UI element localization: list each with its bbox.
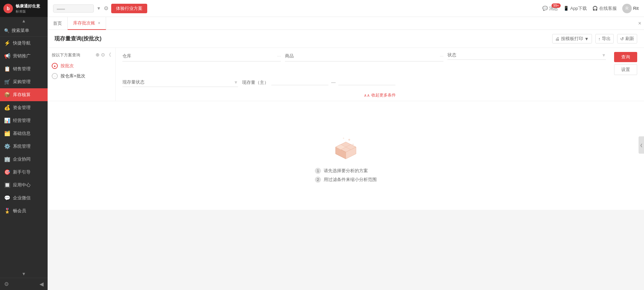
sidebar-item-newbie[interactable]: 🎯 新手引导 [0,166,48,179]
topbar-search-box[interactable]: ▬▬ [53,4,94,13]
user-profile-btn[interactable]: R Rit [622,4,639,13]
filter-row-2: 现存量状态 ▼ 现存量（主） — [122,79,637,87]
filter-area: 按以下方案查询 ⊕ ⊙ 《 ● 按批次 ○ [48,48,644,101]
sidebar-scroll-down[interactable]: ▼ [0,270,48,278]
newbie-icon: 🎯 [4,169,10,175]
empty-steps: 1 请先选择要分析的方案 2 用过滤条件来缩小分析范围 [315,168,377,183]
sidebar-item-label: 库存核算 [13,92,31,98]
quick-nav-icon: ⚡ [4,40,10,46]
export-btn[interactable]: ↑ 导出 [595,34,614,43]
sidebar-item-basic[interactable]: 🗂️ 基础信息 [0,127,48,140]
app-download-btn[interactable]: 📱 App下载 [563,5,587,12]
sidebar-item-label: 企业微信 [13,195,31,201]
collapse-scheme-icon[interactable]: 《 [106,52,111,58]
sidebar-settings-icon[interactable]: ⚙ [4,281,9,287]
query-btn[interactable]: 查询 [614,52,637,62]
filter-collapse-btn[interactable]: ∧∧ 收起更多条件 [116,90,644,101]
tab-home-label: 首页 [53,20,62,26]
stock-qty-from-input[interactable] [271,80,328,85]
print-icon: 🖨 [555,36,560,41]
tab-close-icon[interactable]: × [98,21,100,25]
scheme-warehouse-batch-option[interactable]: ○ 按仓库+批次 [48,71,115,81]
add-scheme-icon[interactable]: ⊕ [96,52,100,58]
settings-btn[interactable]: 设置 [614,64,637,75]
sidebar-title-block: 畅康通好生意 标准版 [16,3,40,14]
product-input[interactable] [296,52,440,60]
user-name: Rit [633,6,639,11]
settings-scheme-icon[interactable]: ⊙ [101,52,105,58]
sidebar-collapse-icon[interactable]: ◀ [39,281,44,287]
tabbar-global-close-icon[interactable]: × [638,20,641,26]
stock-qty-label: 现存量（主） [242,79,269,86]
step-1-text: 请先选择要分析的方案 [324,168,368,174]
svg-text:✦: ✦ [342,137,345,140]
sidebar-item-label: 营销推广 [13,53,31,59]
online-service-btn[interactable]: 🎧 在线客服 [592,5,617,12]
tab-inventory-batch[interactable]: 库存批次账 × [68,17,106,30]
sidebar-item-inventory[interactable]: 📦 库存核算 [0,88,48,101]
action-btns: 查询 设置 [614,52,637,75]
sidebar-scroll-up[interactable]: ▲ [0,17,48,25]
stock-qty-dash: — [328,80,338,85]
sidebar-item-label: 应用中心 [13,182,31,188]
sidebar-item-quick-nav[interactable]: ⚡ 快捷导航 [0,37,48,50]
sidebar-item-label: 系统管理 [13,143,31,149]
sales-icon: 📋 [4,66,10,72]
scheme-warehouse-batch-label: 按仓库+批次 [61,73,85,79]
sidebar-item-app-center[interactable]: 🔲 应用中心 [0,179,48,192]
phone-icon: 📱 [563,6,569,11]
step-2-num: 2 [315,177,321,183]
print-btn[interactable]: 🖨 按模板打印 ▼ [552,34,592,43]
topbar-gear-icon[interactable]: ⚙ [104,5,108,12]
tab-home[interactable]: 首页 [48,17,68,30]
app-version: 标准版 [16,9,40,14]
empty-state: ✦ ✦ ✦ 1 请先选择要分析的方案 2 用过滤条件来缩小分析范围 [48,101,644,210]
filter-row-1: 仓库 ··· 商品 ··· 状态 [122,52,637,75]
avatar: R [622,4,632,13]
sidebar-item-member[interactable]: 🎖️ 畅会员 [0,204,48,217]
refresh-btn[interactable]: ↺ 刷新 [617,34,637,43]
status-dropdown-icon[interactable]: ▼ [601,53,606,58]
sidebar-search[interactable]: 🔍 搜索菜单 [0,25,48,37]
print-dropdown-icon: ▼ [584,36,589,41]
sidebar-item-system[interactable]: ⚙️ 系统管理 [0,140,48,153]
step-2-text: 用过滤条件来缩小分析范围 [324,177,377,183]
sidebar: b 畅康通好生意 标准版 ▲ 🔍 搜索菜单 ⚡ 快捷导航 📢 营销推广 📋 销售… [0,0,48,290]
trial-btn[interactable]: 体验行业方案 [111,4,147,13]
sidebar-item-label: 采购管理 [13,79,31,85]
scheme-batch-icon: ● [52,63,58,69]
sidebar-nav: ⚡ 快捷导航 📢 营销推广 📋 销售管理 🛒 采购管理 📦 库存核算 💰 资金管… [0,37,48,270]
stock-status-dropdown-icon[interactable]: ▼ [234,80,238,85]
sidebar-item-marketing[interactable]: 📢 营销推广 [0,50,48,62]
sidebar-item-corp-wechat[interactable]: 💬 企业微信 [0,192,48,204]
page-header-actions: 🖨 按模板打印 ▼ ↑ 导出 ↺ 刷新 [552,34,637,43]
stock-qty-to-input[interactable] [338,80,395,85]
warehouse-label: 仓库 [122,53,131,59]
empty-illustration: ✦ ✦ ✦ [329,128,363,162]
right-panel-toggle[interactable]: ❮ [639,137,644,154]
inventory-icon: 📦 [4,92,10,98]
warehouse-input[interactable] [134,52,277,60]
sidebar-item-operations[interactable]: 📊 经营管理 [0,114,48,127]
sidebar-item-enterprise[interactable]: 🏢 企业协同 [0,153,48,166]
scheme-label: 按以下方案查询 [52,52,80,58]
content-panel: 现存量查询(按批次) 🖨 按模板打印 ▼ ↑ 导出 ↺ 刷新 [48,30,644,210]
main-area: ▬▬ ▼ ⚙ 体验行业方案 💬 消息 99+ 📱 App下载 🎧 在线客服 [48,0,644,290]
tabbar: 首页 库存批次账 × × [48,17,644,30]
app-center-icon: 🔲 [4,182,10,188]
message-icon: 💬 [542,6,548,11]
product-more-icon[interactable]: ··· [440,53,443,58]
warehouse-more-icon[interactable]: ··· [277,53,281,58]
right-panel-toggle-icon: ❮ [640,143,643,147]
sidebar-item-purchase[interactable]: 🛒 采购管理 [0,75,48,88]
sidebar-item-sales[interactable]: 📋 销售管理 [0,62,48,75]
app-name: 畅康通好生意 [16,3,40,9]
product-label: 商品 [285,53,294,59]
svg-text:✦: ✦ [352,143,354,146]
filter-fields-area: 仓库 ··· 商品 ··· 状态 [116,48,644,101]
messages-btn[interactable]: 💬 消息 99+ [542,5,558,12]
sidebar-item-finance[interactable]: 💰 资金管理 [0,101,48,114]
sidebar-item-label: 畅会员 [13,208,26,214]
topbar-dropdown-icon[interactable]: ▼ [97,6,101,11]
scheme-batch-option[interactable]: ● 按批次 [48,61,115,71]
